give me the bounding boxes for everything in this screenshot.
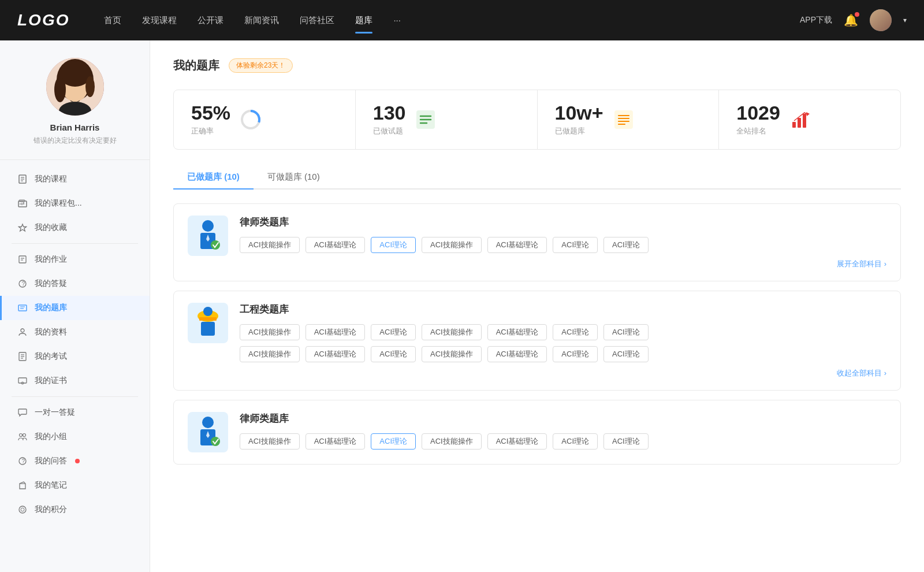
sidebar-item-group[interactable]: 我的小组 <box>0 425 150 449</box>
svg-text:?: ? <box>22 458 25 465</box>
svg-point-26 <box>21 329 24 332</box>
lawyer2-tag-2[interactable]: ACI基础理论 <box>305 433 366 450</box>
eng-tag-13[interactable]: ACI理论 <box>553 346 598 362</box>
sidebar-divider-2 <box>12 396 138 397</box>
nav-link-discover[interactable]: 发现课程 <box>142 12 177 29</box>
tab-available-banks[interactable]: 可做题库 (10) <box>254 166 334 188</box>
nav-link-home[interactable]: 首页 <box>104 12 121 29</box>
svg-rect-46 <box>614 110 633 129</box>
sidebar-avatar <box>46 58 104 116</box>
chart-red-icon <box>789 109 811 131</box>
qbank-tags-engineer-row1: ACI技能操作 ACI基础理论 ACI理论 ACI技能操作 ACI基础理论 AC… <box>240 324 886 340</box>
qbank-card-lawyer-2: 律师类题库 ACI技能操作 ACI基础理论 ACI理论 ACI技能操作 ACI基… <box>173 400 901 465</box>
lawyer2-tag-active[interactable]: ACI理论 <box>371 433 416 450</box>
svg-rect-18 <box>19 256 26 263</box>
sidebar-item-notes[interactable]: 我的笔记 <box>0 473 150 497</box>
lawyer2-tag-4[interactable]: ACI技能操作 <box>422 433 482 450</box>
nav-avatar-image <box>870 9 892 31</box>
sidebar-item-cert[interactable]: 我的证书 <box>0 369 150 393</box>
stat-done-banks: 10w+ 已做题库 <box>538 90 720 149</box>
eng-tag-12[interactable]: ACI基础理论 <box>487 346 547 362</box>
page-container: Brian Harris 错误的决定比没有决定要好 我的课程 我的课程包... <box>0 40 924 572</box>
collapse-link-engineer[interactable]: 收起全部科目 › <box>240 368 886 378</box>
chat-icon <box>17 407 28 418</box>
svg-point-39 <box>21 508 24 511</box>
svg-rect-23 <box>18 305 27 311</box>
sidebar-item-homework[interactable]: 我的作业 <box>0 247 150 272</box>
tag-aci-basic-2[interactable]: ACI基础理论 <box>487 237 547 253</box>
eng-tag-10[interactable]: ACI理论 <box>371 346 416 362</box>
lawyer2-tag-7[interactable]: ACI理论 <box>603 433 649 450</box>
svg-point-58 <box>211 240 220 250</box>
sidebar-item-coursepack[interactable]: 我的课程包... <box>0 191 150 216</box>
sidebar-item-points[interactable]: 我的积分 <box>0 497 150 522</box>
tag-aci-skill-2[interactable]: ACI技能操作 <box>422 237 482 253</box>
tab-done-banks[interactable]: 已做题库 (10) <box>173 166 254 188</box>
lawyer-icon-2 <box>188 412 228 452</box>
sidebar-item-label-cert: 我的证书 <box>35 376 67 386</box>
list-orange-icon <box>613 109 635 131</box>
svg-point-38 <box>19 506 26 513</box>
sidebar-item-profile[interactable]: 我的资料 <box>0 320 150 344</box>
sidebar-item-course[interactable]: 我的课程 <box>0 167 150 191</box>
qbank-card-engineer: 工程类题库 ACI技能操作 ACI基础理论 ACI理论 ACI技能操作 ACI基… <box>173 291 901 391</box>
tag-aci-theory-3[interactable]: ACI理论 <box>603 237 649 253</box>
nav-link-qa[interactable]: 问答社区 <box>300 12 334 29</box>
sidebar-item-exam[interactable]: 我的考试 <box>0 344 150 369</box>
svg-rect-53 <box>803 114 806 128</box>
svg-point-63 <box>202 417 214 428</box>
eng-tag-6[interactable]: ACI理论 <box>553 324 598 340</box>
sidebar-username: Brian Harris <box>12 122 138 132</box>
homework-icon <box>17 254 28 265</box>
lawyer2-tag-5[interactable]: ACI基础理论 <box>487 433 547 450</box>
nav-link-news[interactable]: 新闻资讯 <box>244 12 279 29</box>
tag-aci-theory-active-1[interactable]: ACI理论 <box>371 237 416 253</box>
svg-rect-52 <box>798 118 801 128</box>
tag-aci-basic-1[interactable]: ACI基础理论 <box>305 237 366 253</box>
eng-tag-2[interactable]: ACI基础理论 <box>305 324 366 340</box>
eng-tag-14[interactable]: ACI理论 <box>603 346 649 362</box>
expand-link-1[interactable]: 展开全部科目 › <box>240 259 886 269</box>
lawyer2-tag-6[interactable]: ACI理论 <box>553 433 598 450</box>
nav-right: APP下载 🔔 ▾ <box>800 9 907 31</box>
notes-icon <box>17 480 28 491</box>
stat-rank-value: 1029 <box>736 103 780 122</box>
eng-tag-9[interactable]: ACI基础理论 <box>305 346 366 362</box>
eng-tag-4[interactable]: ACI技能操作 <box>422 324 482 340</box>
tag-aci-theory-2[interactable]: ACI理论 <box>553 237 598 253</box>
qbank-tags-lawyer-2: ACI技能操作 ACI基础理论 ACI理论 ACI技能操作 ACI基础理论 AC… <box>240 433 886 450</box>
sidebar-item-1on1[interactable]: 一对一答疑 <box>0 400 150 425</box>
qbank-tags-engineer-row2: ACI技能操作 ACI基础理论 ACI理论 ACI技能操作 ACI基础理论 AC… <box>240 346 886 362</box>
eng-tag-11[interactable]: ACI技能操作 <box>422 346 482 362</box>
nav-link-qbank[interactable]: 题库 <box>355 12 372 29</box>
sidebar-item-favorites[interactable]: 我的收藏 <box>0 216 150 240</box>
sidebar-item-questions[interactable]: ? 我的答疑 <box>0 272 150 296</box>
eng-tag-5[interactable]: ACI基础理论 <box>487 324 547 340</box>
course-icon <box>17 174 28 184</box>
eng-tag-8[interactable]: ACI技能操作 <box>240 346 300 362</box>
eng-tag-1[interactable]: ACI技能操作 <box>240 324 300 340</box>
stat-rank: 1029 全站排名 <box>719 90 900 149</box>
svg-point-66 <box>211 437 220 446</box>
sidebar-item-label-favorites: 我的收藏 <box>35 222 67 233</box>
nav-logo[interactable]: LOGO <box>17 11 69 29</box>
eng-tag-3[interactable]: ACI理论 <box>371 324 416 340</box>
navbar: LOGO 首页 发现课程 公开课 新闻资讯 问答社区 题库 ··· APP下载 … <box>0 0 924 40</box>
sidebar-item-qbank[interactable]: 我的题库 <box>0 296 150 320</box>
lawyer2-tag-1[interactable]: ACI技能操作 <box>240 433 300 450</box>
stat-done-banks-label: 已做题库 <box>555 126 603 136</box>
nav-app-download[interactable]: APP下载 <box>800 15 832 25</box>
eng-tag-7[interactable]: ACI理论 <box>603 324 649 340</box>
stat-correctness-label: 正确率 <box>191 126 230 136</box>
nav-link-more[interactable]: ··· <box>393 12 401 29</box>
nav-link-opencourse[interactable]: 公开课 <box>198 12 223 29</box>
main-content: 我的题库 体验剩余23天！ 55% 正确率 <box>150 40 924 572</box>
nav-dropdown-arrow[interactable]: ▾ <box>903 16 907 24</box>
nav-bell-icon[interactable]: 🔔 <box>844 13 858 27</box>
tag-aci-skill-1[interactable]: ACI技能操作 <box>240 237 300 253</box>
sidebar-item-label-myqa: 我的问答 <box>35 456 67 466</box>
sidebar-item-myqa[interactable]: ? 我的问答 <box>0 449 150 473</box>
nav-avatar[interactable] <box>870 9 892 31</box>
qbank-title-lawyer-1: 律师类题库 <box>240 216 886 229</box>
sidebar-item-label-profile: 我的资料 <box>35 327 67 337</box>
